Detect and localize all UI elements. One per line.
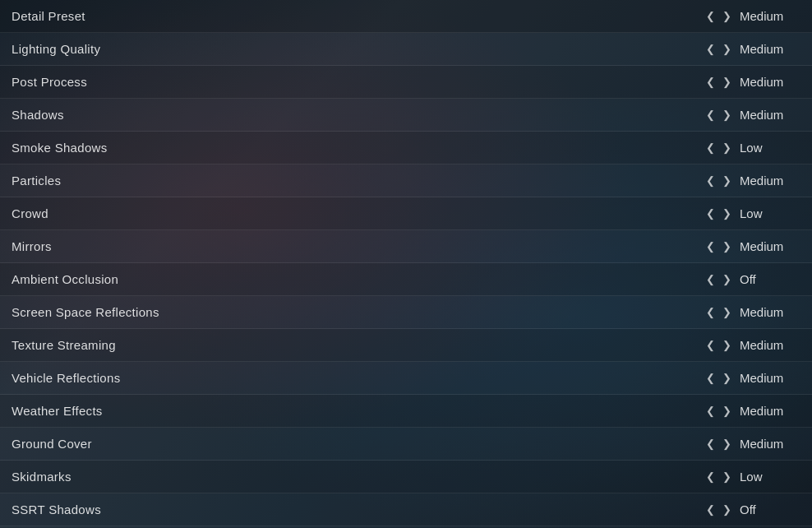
chevron-right-skidmarks[interactable]: ❯	[720, 471, 733, 482]
value-container-screen-space-reflections: ❮❯Medium	[704, 305, 802, 319]
chevron-left-smoke-shadows[interactable]: ❮	[704, 142, 717, 153]
chevron-right-crowd[interactable]: ❯	[720, 208, 733, 219]
value-text-crowd: Low	[736, 206, 794, 220]
chevron-left-weather-effects[interactable]: ❮	[704, 405, 717, 416]
setting-row-detail-preset: Detail Preset❮❯Medium	[0, 0, 812, 33]
chevron-right-detail-preset[interactable]: ❯	[720, 11, 733, 21]
setting-row-lighting-quality: Lighting Quality❮❯Medium	[0, 33, 812, 66]
setting-row-ssrt-shadows: SSRT Shadows❮❯Off	[0, 493, 812, 526]
value-text-detail-preset: Medium	[736, 9, 794, 23]
setting-row-mirrors: Mirrors❮❯Medium	[0, 230, 812, 263]
setting-row-post-process: Post Process❮❯Medium	[0, 66, 812, 99]
value-container-particles: ❮❯Medium	[704, 174, 802, 188]
value-text-post-process: Medium	[736, 75, 794, 89]
value-container-ambient-occlusion: ❮❯Off	[704, 272, 802, 286]
setting-row-screen-space-reflections: Screen Space Reflections❮❯Medium	[0, 296, 812, 329]
value-text-ssrt-shadows: Off	[736, 503, 794, 516]
chevron-left-texture-streaming[interactable]: ❮	[704, 340, 717, 350]
value-container-weather-effects: ❮❯Medium	[704, 404, 802, 418]
label-ambient-occlusion: Ambient Occlusion	[12, 272, 118, 286]
value-container-lighting-quality: ❮❯Medium	[704, 42, 802, 56]
value-container-mirrors: ❮❯Medium	[704, 239, 802, 253]
setting-row-smoke-shadows: Smoke Shadows❮❯Low	[0, 132, 812, 164]
value-text-ambient-occlusion: Off	[736, 272, 794, 286]
label-shadows: Shadows	[12, 108, 64, 122]
label-smoke-shadows: Smoke Shadows	[12, 141, 107, 155]
setting-row-ambient-occlusion: Ambient Occlusion❮❯Off	[0, 263, 812, 296]
chevron-right-smoke-shadows[interactable]: ❯	[720, 142, 733, 153]
value-text-skidmarks: Low	[736, 470, 794, 484]
chevron-left-screen-space-reflections[interactable]: ❮	[704, 307, 717, 317]
setting-row-particles: Particles❮❯Medium	[0, 164, 812, 197]
chevron-left-particles[interactable]: ❮	[704, 175, 717, 186]
label-ssrt-shadows: SSRT Shadows	[12, 503, 101, 516]
value-text-lighting-quality: Medium	[736, 42, 794, 56]
chevron-left-detail-preset[interactable]: ❮	[704, 11, 717, 21]
label-mirrors: Mirrors	[12, 239, 52, 253]
label-post-process: Post Process	[12, 75, 87, 89]
chevron-right-ssrt-shadows[interactable]: ❯	[720, 504, 733, 515]
value-text-particles: Medium	[736, 174, 794, 188]
chevron-right-weather-effects[interactable]: ❯	[720, 405, 733, 416]
chevron-left-ground-cover[interactable]: ❮	[704, 438, 717, 449]
chevron-right-mirrors[interactable]: ❯	[720, 241, 733, 252]
value-container-vehicle-reflections: ❮❯Medium	[704, 371, 802, 385]
setting-row-vehicle-reflections: Vehicle Reflections❮❯Medium	[0, 362, 812, 395]
chevron-left-ssrt-shadows[interactable]: ❮	[704, 504, 717, 515]
value-text-mirrors: Medium	[736, 239, 794, 253]
label-crowd: Crowd	[12, 206, 48, 220]
chevron-left-ambient-occlusion[interactable]: ❮	[704, 274, 717, 285]
value-container-detail-preset: ❮❯Medium	[704, 9, 802, 23]
label-particles: Particles	[12, 174, 61, 188]
chevron-left-crowd[interactable]: ❮	[704, 208, 717, 219]
value-text-vehicle-reflections: Medium	[736, 371, 794, 385]
label-ground-cover: Ground Cover	[12, 437, 92, 451]
setting-row-skidmarks: Skidmarks❮❯Low	[0, 461, 812, 493]
label-skidmarks: Skidmarks	[12, 470, 72, 484]
chevron-right-screen-space-reflections[interactable]: ❯	[720, 307, 733, 317]
chevron-right-post-process[interactable]: ❯	[720, 76, 733, 87]
setting-row-weather-effects: Weather Effects❮❯Medium	[0, 395, 812, 428]
value-text-texture-streaming: Medium	[736, 338, 794, 352]
value-container-crowd: ❮❯Low	[704, 206, 802, 220]
chevron-right-lighting-quality[interactable]: ❯	[720, 44, 733, 54]
chevron-left-shadows[interactable]: ❮	[704, 109, 717, 120]
setting-row-texture-streaming: Texture Streaming❮❯Medium	[0, 329, 812, 362]
label-vehicle-reflections: Vehicle Reflections	[12, 371, 120, 385]
value-container-ground-cover: ❮❯Medium	[704, 437, 802, 451]
label-texture-streaming: Texture Streaming	[12, 338, 116, 352]
chevron-left-mirrors[interactable]: ❮	[704, 241, 717, 252]
value-container-shadows: ❮❯Medium	[704, 108, 802, 122]
chevron-left-post-process[interactable]: ❮	[704, 76, 717, 87]
chevron-right-shadows[interactable]: ❯	[720, 109, 733, 120]
label-detail-preset: Detail Preset	[12, 9, 85, 23]
chevron-right-texture-streaming[interactable]: ❯	[720, 340, 733, 350]
value-text-screen-space-reflections: Medium	[736, 305, 794, 319]
value-container-smoke-shadows: ❮❯Low	[704, 141, 802, 155]
value-container-ssrt-shadows: ❮❯Off	[704, 503, 802, 516]
value-text-smoke-shadows: Low	[736, 141, 794, 155]
settings-container: Detail Preset❮❯MediumLighting Quality❮❯M…	[0, 0, 812, 526]
chevron-left-skidmarks[interactable]: ❮	[704, 471, 717, 482]
chevron-right-ground-cover[interactable]: ❯	[720, 438, 733, 449]
setting-row-ground-cover: Ground Cover❮❯Medium	[0, 428, 812, 461]
setting-row-crowd: Crowd❮❯Low	[0, 197, 812, 230]
value-container-texture-streaming: ❮❯Medium	[704, 338, 802, 352]
chevron-right-particles[interactable]: ❯	[720, 175, 733, 186]
chevron-right-vehicle-reflections[interactable]: ❯	[720, 373, 733, 383]
chevron-left-lighting-quality[interactable]: ❮	[704, 44, 717, 54]
chevron-left-vehicle-reflections[interactable]: ❮	[704, 373, 717, 383]
label-lighting-quality: Lighting Quality	[12, 42, 100, 56]
label-screen-space-reflections: Screen Space Reflections	[12, 305, 159, 319]
value-text-shadows: Medium	[736, 108, 794, 122]
value-container-post-process: ❮❯Medium	[704, 75, 802, 89]
chevron-right-ambient-occlusion[interactable]: ❯	[720, 274, 733, 285]
label-weather-effects: Weather Effects	[12, 404, 103, 418]
setting-row-shadows: Shadows❮❯Medium	[0, 99, 812, 132]
value-container-skidmarks: ❮❯Low	[704, 470, 802, 484]
value-text-weather-effects: Medium	[736, 404, 794, 418]
value-text-ground-cover: Medium	[736, 437, 794, 451]
